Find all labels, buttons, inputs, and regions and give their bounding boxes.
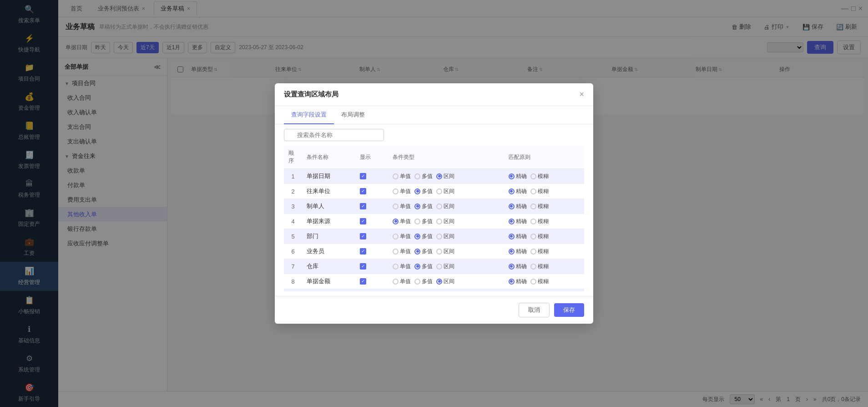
radio-match-精确[interactable]: 精确 (509, 218, 527, 225)
radio-match-模糊[interactable]: 模糊 (530, 218, 549, 225)
modal-tab-query-fields[interactable]: 查询字段设置 (284, 106, 334, 124)
cell-display[interactable] (355, 259, 388, 274)
radio-match-模糊[interactable]: 模糊 (530, 248, 549, 255)
radio-condition-单值[interactable]: 单值 (393, 248, 411, 255)
radio-condition-区间[interactable]: 区间 (436, 278, 454, 285)
radio-circle (530, 173, 536, 179)
cell-match-rule[interactable]: 精确模糊 (504, 259, 584, 274)
display-checkbox[interactable] (360, 233, 366, 239)
radio-circle (414, 249, 420, 254)
radio-condition-多值[interactable]: 多值 (414, 233, 433, 240)
cell-match-rule[interactable]: 精确模糊 (504, 199, 584, 214)
radio-match-模糊[interactable]: 模糊 (530, 233, 549, 240)
modal-tab-layout[interactable]: 布局调整 (334, 106, 372, 124)
cell-condition-type[interactable]: 单值多值区间 (388, 289, 504, 292)
radio-match-精确[interactable]: 精确 (509, 278, 527, 285)
cell-display[interactable] (355, 244, 388, 259)
cell-match-rule[interactable]: 精确模糊 (504, 289, 584, 292)
cell-condition-type[interactable]: 单值多值区间 (388, 229, 504, 244)
radio-circle (414, 219, 420, 224)
radio-condition-区间[interactable]: 区间 (436, 173, 454, 180)
cancel-button[interactable]: 取消 (519, 303, 550, 317)
radio-condition-区间[interactable]: 区间 (436, 218, 454, 225)
radio-condition-区间[interactable]: 区间 (436, 248, 454, 255)
radio-condition-单值[interactable]: 单值 (393, 188, 411, 195)
radio-match-精确[interactable]: 精确 (509, 173, 527, 180)
table-row: 7仓库单值多值区间精确模糊 (284, 259, 584, 274)
radio-condition-区间[interactable]: 区间 (436, 203, 454, 210)
cell-condition-type[interactable]: 单值多值区间 (388, 244, 504, 259)
modal-table: 顺序 条件名称 显示 条件类型 匹配原则 1单据日期单值多值区间精确模糊2往来单… (284, 146, 584, 291)
cell-condition-type[interactable]: 单值多值区间 (388, 169, 504, 184)
radio-condition-单值[interactable]: 单值 (393, 203, 411, 210)
radio-condition-区间[interactable]: 区间 (436, 233, 454, 240)
th-condition-type: 条件类型 (388, 146, 504, 169)
radio-match-精确[interactable]: 精确 (509, 233, 527, 240)
cell-match-rule[interactable]: 精确模糊 (504, 214, 584, 229)
radio-circle (436, 264, 442, 270)
radio-condition-单值[interactable]: 单值 (393, 173, 411, 180)
table-row: 9备注单值多值区间精确模糊 (284, 289, 584, 292)
radio-circle (436, 279, 442, 285)
radio-condition-单值[interactable]: 单值 (393, 263, 411, 270)
radio-condition-多值[interactable]: 多值 (414, 248, 433, 255)
radio-condition-单值[interactable]: 单值 (393, 218, 411, 225)
cell-display[interactable] (355, 169, 388, 184)
radio-match-精确[interactable]: 精确 (509, 203, 527, 210)
cell-display[interactable] (355, 229, 388, 244)
cell-match-rule[interactable]: 精确模糊 (504, 229, 584, 244)
modal-close-button[interactable]: × (579, 90, 584, 99)
radio-circle (509, 204, 515, 209)
modal-overlay[interactable]: 设置查询区域布局 × 查询字段设置 布局调整 🔍 (0, 0, 868, 407)
radio-match-精确[interactable]: 精确 (509, 188, 527, 195)
radio-circle (530, 234, 536, 239)
display-checkbox[interactable] (360, 263, 366, 270)
radio-condition-单值[interactable]: 单值 (393, 278, 411, 285)
cell-display[interactable] (355, 214, 388, 229)
radio-condition-区间[interactable]: 区间 (436, 263, 454, 270)
radio-match-模糊[interactable]: 模糊 (530, 203, 549, 210)
cell-match-rule[interactable]: 精确模糊 (504, 244, 584, 259)
radio-condition-单值[interactable]: 单值 (393, 233, 411, 240)
radio-match-模糊[interactable]: 模糊 (530, 173, 549, 180)
radio-condition-多值[interactable]: 多值 (414, 278, 433, 285)
modal-table-scroll[interactable]: 顺序 条件名称 显示 条件类型 匹配原则 1单据日期单值多值区间精确模糊2往来单… (284, 146, 584, 291)
radio-match-模糊[interactable]: 模糊 (530, 263, 549, 270)
cell-display[interactable] (355, 289, 388, 292)
radio-condition-多值[interactable]: 多值 (414, 218, 433, 225)
radio-circle (530, 264, 536, 270)
radio-circle (414, 188, 420, 194)
cell-match-rule[interactable]: 精确模糊 (504, 274, 584, 289)
radio-circle (393, 173, 399, 179)
display-checkbox[interactable] (360, 218, 366, 224)
cell-display[interactable] (355, 184, 388, 199)
radio-condition-多值[interactable]: 多值 (414, 188, 433, 195)
cell-display[interactable] (355, 274, 388, 289)
cell-condition-type[interactable]: 单值多值区间 (388, 259, 504, 274)
display-checkbox[interactable] (360, 203, 366, 209)
save-confirm-button[interactable]: 保存 (554, 303, 584, 317)
radio-condition-多值[interactable]: 多值 (414, 263, 433, 270)
cell-condition-type[interactable]: 单值多值区间 (388, 199, 504, 214)
cell-match-rule[interactable]: 精确模糊 (504, 169, 584, 184)
radio-condition-多值[interactable]: 多值 (414, 173, 433, 180)
radio-circle (393, 279, 399, 285)
display-checkbox[interactable] (360, 188, 366, 194)
display-checkbox[interactable] (360, 248, 366, 254)
table-row: 8单据金额单值多值区间精确模糊 (284, 274, 584, 289)
cell-match-rule[interactable]: 精确模糊 (504, 184, 584, 199)
display-checkbox[interactable] (360, 278, 366, 285)
radio-condition-多值[interactable]: 多值 (414, 203, 433, 210)
radio-match-模糊[interactable]: 模糊 (530, 188, 549, 195)
cell-condition-type[interactable]: 单值多值区间 (388, 214, 504, 229)
radio-match-精确[interactable]: 精确 (509, 263, 527, 270)
radio-match-精确[interactable]: 精确 (509, 248, 527, 255)
radio-condition-区间[interactable]: 区间 (436, 188, 454, 195)
display-checkbox[interactable] (360, 173, 366, 179)
cell-display[interactable] (355, 199, 388, 214)
cell-condition-type[interactable]: 单值多值区间 (388, 274, 504, 289)
radio-match-模糊[interactable]: 模糊 (530, 278, 549, 285)
modal-search-input[interactable] (284, 129, 384, 141)
cell-condition-type[interactable]: 单值多值区间 (388, 184, 504, 199)
radio-circle (414, 264, 420, 270)
